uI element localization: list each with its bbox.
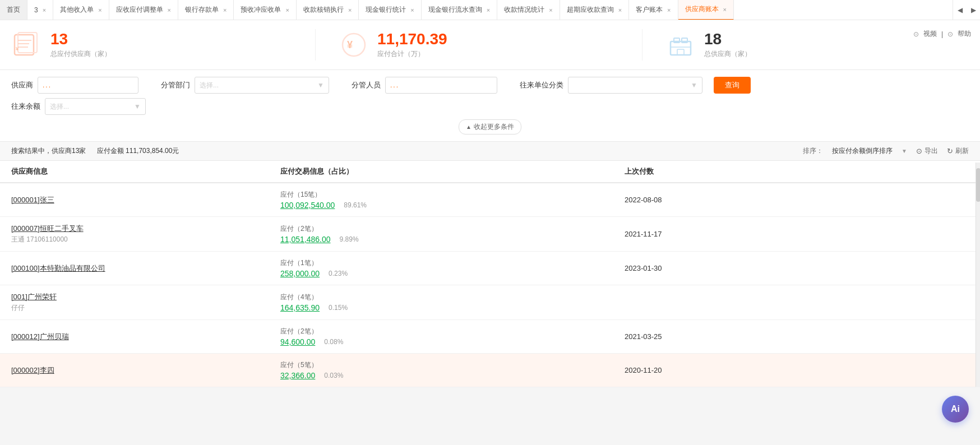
result-actions: 排序： 按应付余额倒序排序 ▼ ⊙ 导出 ↻ 刷新 xyxy=(803,146,969,156)
scrollbar-thumb[interactable] xyxy=(976,168,980,202)
close-cash-bank-stat-icon[interactable]: × xyxy=(410,7,414,13)
supplier-link-6[interactable]: [000002]李四 xyxy=(11,365,280,376)
filter-item-balance: 往来余额 选择... ▼ xyxy=(11,98,146,115)
table-section: 供应商信息 应付交易信息（占比） 上次付数 [000001]张三 应付（15笔）… xyxy=(0,161,980,387)
tx-row-3: 258,000.00 0.23% xyxy=(280,269,625,278)
balance-placeholder: 选择... xyxy=(50,102,69,112)
cash-bank-stat-label: 现金银行统计 xyxy=(366,5,406,15)
nav-next-button[interactable]: ▶ xyxy=(967,0,980,20)
col-header-lastpay: 上次付数 xyxy=(625,166,969,177)
nav-tab-cash-flow[interactable]: 现金银行流水查询 × xyxy=(422,0,497,20)
tx-amount-3[interactable]: 258,000.00 xyxy=(280,269,320,278)
tx-percent-4: 0.15% xyxy=(329,304,348,312)
summary-section: ¥ 13 总应付供应商（家） ¥ 11,170.39 应付合计（万） xyxy=(0,20,980,70)
total-suppliers-label: 总供应商（家） xyxy=(704,49,751,59)
sort-value-button[interactable]: 按应付余额倒序排序 xyxy=(832,146,893,156)
dept-placeholder: 选择... xyxy=(200,81,219,90)
tx-info-4: 应付（4笔） 164,635.90 0.15% xyxy=(280,293,625,312)
close-supplier-account-icon[interactable]: × xyxy=(723,6,727,13)
receipt-exec-label: 收款核销执行 xyxy=(303,5,344,15)
advance-offset-label: 预收冲应收单 xyxy=(241,5,281,15)
tx-info-2: 应付（2笔） 11,051,486.00 9.89% xyxy=(280,224,625,244)
table-row: [000001]张三 应付（15笔） 100,092,540.00 89.61%… xyxy=(0,183,980,217)
supplier-filter-input[interactable]: ... xyxy=(38,77,138,94)
tx-amount-5[interactable]: 94,600.00 xyxy=(280,337,315,346)
scrollbar[interactable] xyxy=(976,163,980,387)
supplier-link-1[interactable]: [000001]张三 xyxy=(11,195,280,205)
person-filter-input[interactable]: ... xyxy=(385,77,497,94)
tx-label-2: 应付（2笔） xyxy=(280,224,625,234)
dept-filter-select[interactable]: 选择... ▼ xyxy=(195,77,329,94)
supplier-info-5: [000012]广州贝瑞 xyxy=(11,332,280,342)
category-filter-select[interactable]: ▼ xyxy=(568,77,702,94)
nav-tab-ap-adjust[interactable]: 应收应付调整单 × xyxy=(109,0,178,20)
query-button[interactable]: 查询 xyxy=(714,77,751,94)
tx-amount-1[interactable]: 100,092,540.00 xyxy=(280,201,335,210)
category-filter-label: 往来单位分类 xyxy=(520,80,563,90)
nav-tab-bank-deposit[interactable]: 银行存款单 × xyxy=(178,0,234,20)
nav-tab-other-income[interactable]: 其他收入单 × xyxy=(53,0,109,20)
table-row: [000007]恒旺二手叉车 王通 17106110000 应付（2笔） 11,… xyxy=(0,217,980,252)
summary-card-ap-suppliers: ¥ 13 总应付供应商（家） xyxy=(11,29,316,61)
filter-item-category: 往来单位分类 ▼ xyxy=(520,77,702,94)
result-suppliers: 搜索结果中，供应商13家 xyxy=(11,147,86,155)
tx-amount-4[interactable]: 164,635.90 xyxy=(280,303,320,312)
refresh-button[interactable]: ↻ 刷新 xyxy=(947,146,969,156)
last-pay-2: 2021-11-17 xyxy=(625,230,969,238)
close-receipt-stat-icon[interactable]: × xyxy=(549,7,552,13)
nav-tab-home[interactable]: 首页 xyxy=(0,0,27,20)
ap-amount-info: 11,170.39 应付合计（万） xyxy=(377,31,447,59)
close-bank-deposit-icon[interactable]: × xyxy=(223,7,226,13)
nav-tab-customer-account[interactable]: 客户账本 × xyxy=(629,0,678,20)
supplier-info-3: [000100]本特勤油品有限公司 xyxy=(11,263,280,274)
close-other-income-icon[interactable]: × xyxy=(98,7,101,13)
close-overdue-query-icon[interactable]: × xyxy=(618,7,622,13)
collapse-button[interactable]: ▲ 收起更多条件 xyxy=(459,119,521,135)
tx-label-3: 应付（1笔） xyxy=(280,258,625,268)
table-row: [001]广州荣轩 仔仔 应付（4笔） 164,635.90 0.15% xyxy=(0,285,980,320)
close-tab3-icon[interactable]: × xyxy=(43,7,46,13)
nav-tab-receipt-exec[interactable]: 收款核销执行 × xyxy=(297,0,359,20)
tx-amount-6[interactable]: 32,366.00 xyxy=(280,371,315,380)
nav-tab-3[interactable]: 3 × xyxy=(27,0,53,20)
export-button[interactable]: ⊙ 导出 xyxy=(916,146,938,156)
nav-prev-button[interactable]: ◀ xyxy=(953,0,967,20)
nav-tab-overdue-query[interactable]: 超期应收款查询 × xyxy=(560,0,629,20)
supplier-info-6: [000002]李四 xyxy=(11,365,280,376)
result-bar: 搜索结果中，供应商13家 应付金额 111,703,854.00元 排序： 按应… xyxy=(0,142,980,161)
supplier-link-3[interactable]: [000100]本特勤油品有限公司 xyxy=(11,263,280,274)
result-amount: 应付金额 111,703,854.00元 xyxy=(97,147,179,155)
person-dots: ... xyxy=(390,81,399,89)
close-customer-account-icon[interactable]: × xyxy=(667,7,671,13)
nav-tab-supplier-account[interactable]: 供应商账本 × xyxy=(678,0,734,20)
close-cash-flow-icon[interactable]: × xyxy=(487,7,490,13)
supplier-link-2[interactable]: [000007]恒旺二手叉车 xyxy=(11,224,280,234)
svg-rect-8 xyxy=(671,41,691,55)
balance-filter-select[interactable]: 选择... ▼ xyxy=(45,98,146,115)
total-suppliers-info: 18 总供应商（家） xyxy=(704,31,751,59)
bank-deposit-label: 银行存款单 xyxy=(185,5,219,15)
nav-tab-receipt-stat[interactable]: 收款情况统计 × xyxy=(497,0,560,20)
supplier-link-4[interactable]: [001]广州荣轩 xyxy=(11,292,280,302)
col-header-supplier: 供应商信息 xyxy=(11,166,280,177)
help-link[interactable]: 帮助 xyxy=(958,29,971,39)
nav-tab-cash-bank-stat[interactable]: 现金银行统计 × xyxy=(359,0,421,20)
tx-amount-2[interactable]: 11,051,486.00 xyxy=(280,235,331,244)
ap-amount-label: 应付合计（万） xyxy=(377,49,447,59)
ai-assistant-button[interactable]: Ai xyxy=(942,396,969,423)
balance-filter-label: 往来余额 xyxy=(11,101,40,112)
ap-adjust-label: 应收应付调整单 xyxy=(116,5,163,15)
close-advance-offset-icon[interactable]: × xyxy=(285,7,289,13)
filter-row-2: 往来余额 选择... ▼ xyxy=(11,98,969,115)
video-link[interactable]: 视频 xyxy=(923,29,937,39)
nav-arrows: ◀ ▶ xyxy=(953,0,980,20)
last-pay-1: 2022-08-08 xyxy=(625,196,969,204)
close-ap-adjust-icon[interactable]: × xyxy=(168,7,171,13)
supplier-link-5[interactable]: [000012]广州贝瑞 xyxy=(11,332,280,342)
sort-label: 排序： xyxy=(803,146,823,156)
close-receipt-exec-icon[interactable]: × xyxy=(348,7,352,13)
collapse-chevron-icon: ▲ xyxy=(466,124,471,130)
nav-tab-advance-offset[interactable]: 预收冲应收单 × xyxy=(234,0,296,20)
tx-percent-6: 0.03% xyxy=(324,372,343,379)
category-arrow-icon: ▼ xyxy=(691,81,697,89)
